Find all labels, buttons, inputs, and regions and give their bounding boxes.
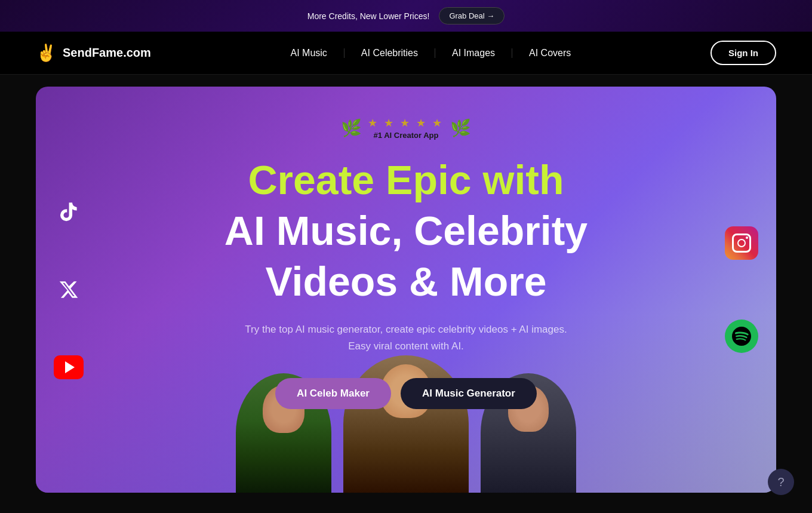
hero-title-line1: Create Epic with — [107, 158, 705, 202]
top-banner: More Credits, New Lower Prices! Grab Dea… — [0, 0, 812, 32]
banner-message: More Credits, New Lower Prices! — [307, 11, 430, 21]
instagram-icon[interactable] — [725, 226, 758, 260]
cta-buttons: AI Celeb Maker AI Music Generator — [107, 378, 705, 409]
nav-item-ai-music[interactable]: AI Music — [274, 48, 345, 58]
logo[interactable]: ✌️ SendFame.com — [36, 43, 151, 63]
help-button[interactable]: ? — [768, 469, 794, 495]
music-generator-button[interactable]: AI Music Generator — [401, 378, 537, 409]
tiktok-icon[interactable] — [54, 197, 84, 227]
hero-card: 🌿 ★ ★ ★ ★ ★ #1 AI Creator App 🌿 Create E… — [36, 87, 776, 493]
social-icons-left — [54, 87, 84, 493]
spotify-icon[interactable] — [725, 320, 758, 353]
hero-title-line2: AI Music, Celebrity — [107, 208, 705, 253]
laurel-right: 🌿 — [450, 118, 471, 138]
logo-text: SendFame.com — [63, 46, 151, 60]
sign-in-button[interactable]: Sign In — [710, 41, 776, 65]
nav: AI Music AI Celebrities AI Images AI Cov… — [274, 48, 588, 58]
main-content: 🌿 ★ ★ ★ ★ ★ #1 AI Creator App 🌿 Create E… — [0, 75, 812, 493]
stars-container: ★ ★ ★ ★ ★ #1 AI Creator App — [368, 116, 444, 140]
nav-item-ai-images[interactable]: AI Images — [435, 48, 512, 58]
header: ✌️ SendFame.com AI Music AI Celebrities … — [0, 32, 812, 75]
badge-label: #1 AI Creator App — [374, 131, 439, 140]
youtube-icon[interactable] — [54, 352, 84, 382]
nav-item-ai-celebrities[interactable]: AI Celebrities — [345, 48, 435, 58]
hero-content: 🌿 ★ ★ ★ ★ ★ #1 AI Creator App 🌿 Create E… — [36, 87, 776, 409]
hero-subtitle-text: Try the top AI music generator, create e… — [245, 324, 567, 351]
celeb-maker-button[interactable]: AI Celeb Maker — [275, 378, 391, 409]
laurel-left: 🌿 — [341, 118, 362, 138]
twitter-x-icon[interactable] — [54, 275, 84, 305]
social-icons-right — [725, 87, 758, 493]
badge-row: 🌿 ★ ★ ★ ★ ★ #1 AI Creator App 🌿 — [107, 116, 705, 140]
star-rating: ★ ★ ★ ★ ★ — [368, 116, 444, 130]
nav-item-ai-covers[interactable]: AI Covers — [512, 48, 588, 58]
hero-subtitle: Try the top AI music generator, create e… — [107, 321, 705, 354]
hero-title-line3: Videos & More — [107, 259, 705, 304]
logo-emoji: ✌️ — [36, 43, 57, 63]
grab-deal-button[interactable]: Grab Deal → — [439, 7, 505, 24]
